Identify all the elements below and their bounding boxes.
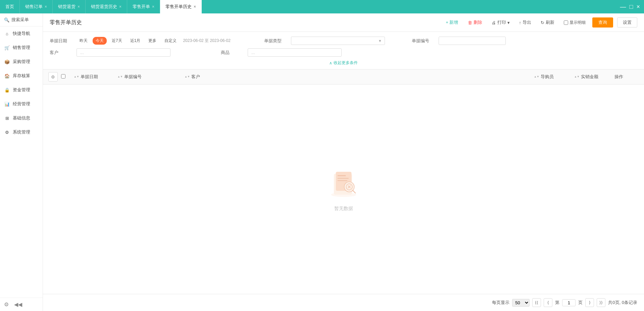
page-unit-label: 页 xyxy=(578,300,583,306)
chart-icon: 📊 xyxy=(4,101,10,107)
sidebar-item-inventory[interactable]: 🏠 库存核算 xyxy=(0,69,43,83)
sidebar-item-sales-mgmt[interactable]: 🛒 销售管理 xyxy=(0,41,43,55)
date-1month[interactable]: 近1月 xyxy=(127,37,144,45)
tab-sales-order[interactable]: 销售订单 × xyxy=(20,0,53,13)
collapse-conditions[interactable]: ∧ 收起更多条件 xyxy=(50,60,637,66)
goods-label: 商品 xyxy=(221,50,241,56)
current-page-input[interactable] xyxy=(562,299,576,306)
amount-sort-icon: ▲▼ xyxy=(574,75,580,78)
sidebar-collapse-icon[interactable]: ◀◀ xyxy=(14,301,22,308)
bill-no-input[interactable] xyxy=(439,37,506,45)
tab-retail-open-close[interactable]: × xyxy=(152,4,154,9)
sidebar-item-basic-info[interactable]: ⊞ 基础信息 xyxy=(0,111,43,125)
empty-state: 暂无数据 xyxy=(43,85,644,294)
tab-retail-history-close[interactable]: × xyxy=(194,4,196,9)
print-button[interactable]: 🖨 打印 ▾ xyxy=(489,18,512,27)
sidebar-item-finance-label: 资金管理 xyxy=(13,87,30,93)
sidebar-item-quick-nav[interactable]: ⌂ 快捷导航 xyxy=(0,27,43,41)
total-info: 共0页, 0条记录 xyxy=(608,300,637,306)
next-page-button[interactable]: ⟩ xyxy=(585,298,594,307)
sidebar-item-inventory-label: 库存核算 xyxy=(13,73,30,79)
tab-home[interactable]: 首页 xyxy=(0,0,20,13)
date-7days[interactable]: 近7天 xyxy=(109,37,125,45)
refresh-button[interactable]: ↻ 刷新 xyxy=(538,18,557,27)
print-dropdown-icon: ▾ xyxy=(507,20,510,25)
col-header-amount[interactable]: ▲▼ 实销金额 xyxy=(572,74,612,80)
print-icon: 🖨 xyxy=(492,20,496,25)
tab-sales-return-close[interactable]: × xyxy=(78,4,80,9)
col-billno-label: 单据编号 xyxy=(124,74,142,80)
sidebar-settings-icon[interactable]: ⚙ xyxy=(4,301,9,308)
new-button[interactable]: + 新增 xyxy=(443,18,461,27)
date-range-display: 2023-06-02 至 2023-06-02 xyxy=(183,38,230,44)
bill-type-select[interactable]: ▾ xyxy=(291,37,385,45)
query-button[interactable]: 查询 xyxy=(592,17,613,28)
page-size-label: 每页显示 xyxy=(492,300,509,306)
tab-sales-return-history[interactable]: 销货退货历史 × xyxy=(86,0,127,13)
tab-retail-history[interactable]: 零售开单历史 × xyxy=(160,0,202,13)
customer-input[interactable]: ... xyxy=(77,48,170,57)
tab-sales-return[interactable]: 销货退货 × xyxy=(53,0,86,13)
col-action-label: 操作 xyxy=(614,74,623,80)
svg-rect-5 xyxy=(337,180,347,181)
empty-illustration xyxy=(327,167,360,200)
tab-retail-open[interactable]: 零售开单 × xyxy=(127,0,160,13)
tab-sales-order-label: 销售订单 xyxy=(25,4,43,10)
cart-icon: 🛒 xyxy=(4,45,10,51)
home-icon: ⌂ xyxy=(4,31,10,37)
date-custom[interactable]: 自定义 xyxy=(161,37,180,45)
date-yesterday[interactable]: 昨天 xyxy=(77,37,91,45)
page-label: 第 xyxy=(555,300,559,306)
sidebar-item-system[interactable]: ⚙ 系统管理 xyxy=(0,125,43,139)
sidebar: 🔍 搜索采单 ⌂ 快捷导航 🛒 销售管理 📦 采购管理 🏠 库存核算 🔒 资金管… xyxy=(0,13,43,311)
maximize-icon[interactable]: □ xyxy=(630,3,633,10)
new-button-label: + 新增 xyxy=(446,19,458,25)
col-header-date[interactable]: ▲▼ 单据日期 xyxy=(71,74,115,80)
customer-label: 客户 xyxy=(50,50,70,56)
tab-home-label: 首页 xyxy=(5,4,14,10)
search-icon: 🔍 xyxy=(4,17,9,22)
filter-row-2: 客户 ... 商品 ... xyxy=(50,48,637,57)
col-header-billno[interactable]: ▲▼ 单据编号 xyxy=(115,74,182,80)
prev-page-button[interactable]: ⟨ xyxy=(544,298,552,307)
content-area: 零售开单历史 + 新增 🗑 删除 🖨 打印 ▾ ↑ 导出 xyxy=(43,13,644,311)
sidebar-item-sales-mgmt-label: 销售管理 xyxy=(13,45,30,51)
tab-retail-history-label: 零售开单历史 xyxy=(165,4,192,10)
delete-button[interactable]: 🗑 删除 xyxy=(465,18,485,27)
svg-line-7 xyxy=(352,190,355,193)
sidebar-item-purchase-mgmt[interactable]: 📦 采购管理 xyxy=(0,55,43,69)
page-size-select[interactable]: 50 100 200 xyxy=(512,299,530,307)
goods-input[interactable]: ... xyxy=(248,48,342,57)
first-page-button[interactable]: ⟨⟨ xyxy=(532,298,541,307)
date-label: 单据日期 xyxy=(50,38,70,44)
date-more[interactable]: 更多 xyxy=(145,37,159,45)
last-page-button[interactable]: ⟩⟩ xyxy=(597,298,605,307)
collapse-label: 收起更多条件 xyxy=(334,60,358,66)
export-button[interactable]: ↑ 导出 xyxy=(516,18,534,27)
col-header-salesperson[interactable]: ▲▼ 导购员 xyxy=(531,74,572,80)
select-all-checkbox[interactable] xyxy=(61,74,71,80)
minimize-icon[interactable]: — xyxy=(620,3,626,10)
sidebar-item-finance[interactable]: 🔒 资金管理 xyxy=(0,83,43,97)
sidebar-item-operations[interactable]: 📊 经营管理 xyxy=(0,97,43,111)
sidebar-search-label: 搜索采单 xyxy=(11,17,29,23)
collapse-icon: ∧ xyxy=(329,61,332,65)
close-icon[interactable]: × xyxy=(636,3,640,10)
main-layout: 🔍 搜索采单 ⌂ 快捷导航 🛒 销售管理 📦 采购管理 🏠 库存核算 🔒 资金管… xyxy=(0,13,644,311)
settings-button[interactable]: 设置 xyxy=(617,17,637,28)
delete-button-label: 删除 xyxy=(474,19,482,25)
lock-icon: 🔒 xyxy=(4,87,10,93)
date-shortcuts: 昨天 今天 近7天 近1月 更多 自定义 2023-06-02 至 2023-0… xyxy=(77,37,231,45)
display-detail-label: 显示明细 xyxy=(569,20,586,25)
display-detail-button[interactable]: 显示明细 xyxy=(561,18,588,27)
billno-sort-icon: ▲▼ xyxy=(117,75,123,78)
tab-sales-return-history-close[interactable]: × xyxy=(119,4,121,9)
bill-no-label: 单据编号 xyxy=(412,38,432,44)
date-today[interactable]: 今天 xyxy=(93,37,107,45)
sidebar-search[interactable]: 🔍 搜索采单 xyxy=(0,13,43,27)
col-header-customer[interactable]: ▲▼ 客户 xyxy=(182,74,531,80)
display-detail-checkbox[interactable] xyxy=(564,20,568,25)
bill-type-label: 单据类型 xyxy=(264,38,284,44)
tab-sales-order-close[interactable]: × xyxy=(45,4,47,9)
table-settings-button[interactable]: ⚙ xyxy=(48,72,58,82)
